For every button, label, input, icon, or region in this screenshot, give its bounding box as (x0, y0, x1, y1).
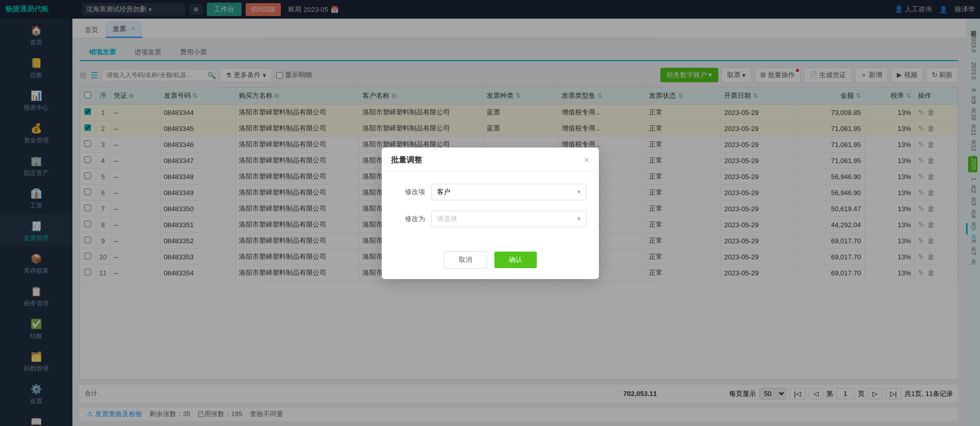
dialog-footer: 取消 确认 (382, 246, 599, 279)
confirm-btn[interactable]: 确认 (494, 252, 537, 268)
field-select[interactable]: 客户 ▾ (431, 184, 586, 200)
field-label: 修改项 (394, 187, 425, 197)
field-value: 客户 (437, 187, 450, 197)
dialog-title: 批量调整 (391, 155, 422, 165)
dialog-overlay[interactable]: 批量调整 × 修改项 客户 ▾ 修改为 请选择 ▾ 取消 确认 (0, 0, 980, 426)
cancel-btn[interactable]: 取消 (444, 251, 487, 269)
batch-adjust-dialog: 批量调整 × 修改项 客户 ▾ 修改为 请选择 ▾ 取消 确认 (382, 148, 599, 279)
dialog-header: 批量调整 × (382, 148, 599, 171)
dialog-row-field: 修改项 客户 ▾ (394, 184, 586, 200)
field-arrow-icon: ▾ (577, 188, 581, 196)
dialog-close-btn[interactable]: × (584, 155, 590, 166)
change-label: 修改为 (394, 214, 425, 224)
change-placeholder: 请选择 (437, 214, 457, 224)
dialog-body: 修改项 客户 ▾ 修改为 请选择 ▾ (382, 171, 599, 246)
change-arrow-icon: ▾ (577, 215, 581, 223)
change-select[interactable]: 请选择 ▾ (431, 211, 586, 227)
dialog-row-change: 修改为 请选择 ▾ (394, 211, 586, 227)
